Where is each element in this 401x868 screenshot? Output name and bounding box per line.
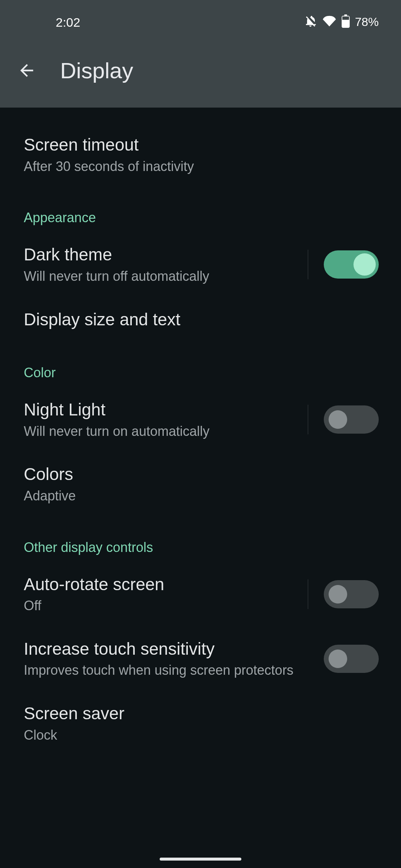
setting-subtitle: Clock — [24, 727, 379, 744]
setting-title: Screen saver — [24, 703, 379, 724]
setting-title: Display size and text — [24, 309, 379, 331]
setting-title: Auto-rotate screen — [24, 574, 308, 595]
setting-subtitle: Improves touch when using screen protect… — [24, 662, 324, 679]
setting-subtitle: Will never turn on automatically — [24, 423, 308, 440]
divider — [308, 405, 308, 434]
settings-list: Screen timeout After 30 seconds of inact… — [0, 108, 401, 756]
setting-subtitle: Adaptive — [24, 487, 379, 505]
dnd-off-icon — [304, 14, 317, 29]
section-other: Other display controls — [0, 517, 401, 562]
screen-saver-item[interactable]: Screen saver Clock — [0, 691, 401, 756]
screen-timeout-item[interactable]: Screen timeout After 30 seconds of inact… — [0, 122, 401, 187]
auto-rotate-toggle[interactable] — [324, 580, 379, 608]
night-light-item[interactable]: Night Light Will never turn on automatic… — [0, 387, 401, 452]
display-size-item[interactable]: Display size and text — [0, 297, 401, 342]
touch-sensitivity-item[interactable]: Increase touch sensitivity Improves touc… — [0, 627, 401, 691]
setting-title: Screen timeout — [24, 134, 379, 156]
dark-theme-item[interactable]: Dark theme Will never turn off automatic… — [0, 232, 401, 297]
colors-item[interactable]: Colors Adaptive — [0, 452, 401, 516]
svg-rect-0 — [342, 16, 349, 20]
divider — [308, 250, 308, 279]
divider — [308, 579, 308, 609]
battery-text: 78% — [355, 15, 379, 29]
night-light-toggle[interactable] — [324, 405, 379, 434]
setting-subtitle: After 30 seconds of inactivity — [24, 158, 379, 175]
nav-home-indicator[interactable] — [160, 858, 241, 861]
setting-subtitle: Off — [24, 597, 308, 615]
status-bar: 2:02 78% — [0, 0, 401, 33]
dark-theme-toggle[interactable] — [324, 250, 379, 279]
battery-icon — [342, 14, 350, 29]
section-appearance: Appearance — [0, 187, 401, 232]
setting-title: Increase touch sensitivity — [24, 638, 324, 660]
back-button[interactable] — [16, 59, 38, 82]
auto-rotate-item[interactable]: Auto-rotate screen Off — [0, 562, 401, 627]
setting-title: Dark theme — [24, 244, 308, 266]
setting-title: Colors — [24, 464, 379, 485]
touch-sensitivity-toggle[interactable] — [324, 645, 379, 673]
wifi-icon — [322, 14, 336, 30]
status-icons: 78% — [304, 14, 379, 30]
section-color: Color — [0, 342, 401, 387]
setting-title: Night Light — [24, 399, 308, 421]
app-bar: Display — [0, 33, 401, 108]
page-title: Display — [60, 58, 133, 83]
status-time: 2:02 — [56, 15, 80, 30]
setting-subtitle: Will never turn off automatically — [24, 268, 308, 285]
